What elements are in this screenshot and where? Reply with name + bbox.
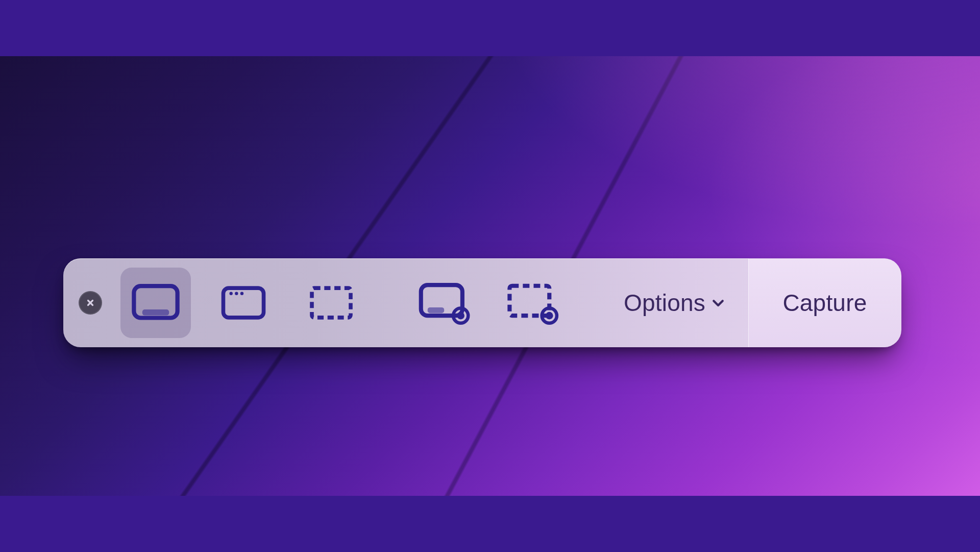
close-button-wrap <box>63 291 111 315</box>
screen-record-icon <box>417 281 472 325</box>
record-group <box>400 258 577 347</box>
options-button[interactable]: Options <box>601 258 748 347</box>
desktop: Options Capture <box>0 0 980 552</box>
capture-label: Capture <box>782 289 867 317</box>
chevron-down-icon <box>710 295 726 310</box>
close-icon <box>84 297 96 309</box>
capture-entire-screen-button[interactable] <box>120 268 191 338</box>
svg-point-6 <box>240 292 243 295</box>
svg-rect-3 <box>223 288 263 318</box>
options-label: Options <box>624 289 705 317</box>
svg-rect-9 <box>428 307 444 313</box>
capture-selection-button[interactable] <box>296 268 366 338</box>
svg-point-5 <box>235 292 238 295</box>
capture-button[interactable]: Capture <box>748 258 901 347</box>
svg-point-14 <box>546 312 553 320</box>
svg-point-4 <box>229 292 232 295</box>
selection-record-icon <box>505 281 560 325</box>
capture-window-button[interactable] <box>208 268 279 338</box>
svg-rect-7 <box>312 288 351 318</box>
screen-icon <box>130 282 182 324</box>
close-button[interactable] <box>79 291 102 315</box>
window-icon <box>219 283 268 322</box>
screenshot-toolbar: Options Capture <box>63 258 899 347</box>
record-entire-screen-button[interactable] <box>409 268 480 338</box>
svg-rect-2 <box>142 309 169 315</box>
record-selection-button[interactable] <box>497 268 568 338</box>
capture-group <box>111 258 376 347</box>
svg-point-11 <box>457 312 464 320</box>
selection-icon <box>307 283 356 322</box>
